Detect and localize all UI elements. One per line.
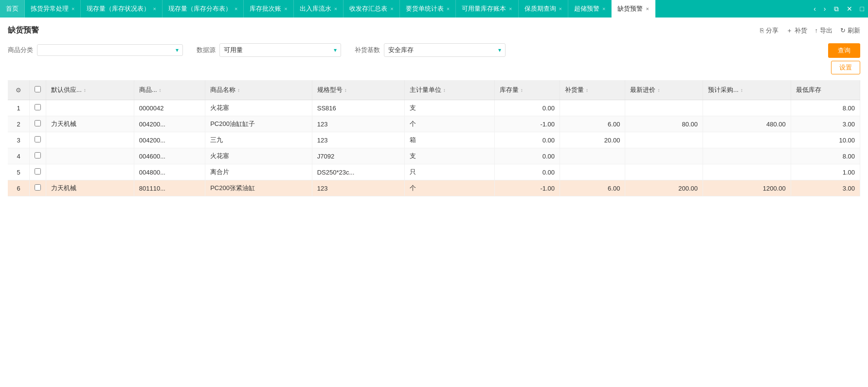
replenish-base-filter-group: 补货基数 安全库存 ▾ — [355, 43, 506, 57]
row-est-purchase-2: 480.00 — [703, 116, 791, 132]
row-latest-price-2: 80.00 — [625, 116, 703, 132]
nav-tab-6[interactable]: 收发存汇总表 × — [344, 0, 399, 18]
nav-maximize-button[interactable]: □ — [856, 0, 868, 18]
sort-replenish-icon: ↕ — [586, 88, 588, 93]
nav-prev-button[interactable]: ‹ — [810, 0, 820, 18]
replenish-base-label: 补货基数 — [355, 46, 380, 54]
nav-restore-button[interactable]: ⧉ — [830, 0, 843, 18]
close-tab-11-icon[interactable]: × — [646, 6, 649, 12]
row-item-name-3: 三九 — [205, 132, 312, 148]
row-supplier-2: 力天机械 — [46, 116, 134, 132]
sort-item-code-icon: ↕ — [159, 88, 162, 93]
row-select-6[interactable] — [35, 184, 41, 191]
row-item-code-4: 004600... — [134, 148, 205, 164]
row-item-name-4: 火花塞 — [205, 148, 312, 164]
top-navigation: 首页 拣货异常处理 × 现存量（库存状况表） × 现存量（库存分布表） × 库存… — [0, 0, 868, 18]
row-item-name-6: PC200张紧油缸 — [205, 180, 312, 196]
table-row: 3 004200... 三九 123 箱 0.00 20.00 10.00 — [8, 132, 860, 148]
close-tab-6-icon[interactable]: × — [390, 6, 393, 12]
replenish-icon: ＋ — [786, 26, 793, 35]
table-row: 2 力天机械 004200... PC200油缸缸子 123 个 -1.00 6… — [8, 116, 860, 132]
row-checkbox-5[interactable] — [30, 164, 46, 180]
nav-tab-2[interactable]: 现存量（库存状况表） × — [81, 0, 162, 18]
close-tab-2-icon[interactable]: × — [153, 6, 156, 12]
row-select-5[interactable] — [35, 168, 41, 175]
replenish-label: 补货 — [795, 26, 807, 35]
nav-tab-9[interactable]: 保质期查询 × — [519, 0, 568, 18]
table-settings-icon[interactable]: ⚙ — [13, 84, 24, 96]
col-item-name: 商品名称 ↕ — [205, 80, 312, 100]
row-select-1[interactable] — [35, 104, 41, 110]
filter-actions: 查询 设置 — [828, 43, 860, 74]
row-min-stock-3: 10.00 — [791, 132, 860, 148]
row-select-3[interactable] — [35, 136, 41, 142]
row-item-code-6: 801110... — [134, 180, 205, 196]
export-button[interactable]: ↑ 导出 — [815, 26, 833, 35]
nav-tab-3[interactable]: 现存量（库存分布表） × — [163, 0, 244, 18]
row-replenish-3: 20.00 — [560, 132, 625, 148]
row-num-6: 6 — [8, 180, 30, 196]
settings-button[interactable]: 设置 — [831, 61, 860, 74]
row-item-name-1: 火花塞 — [205, 100, 312, 116]
row-est-purchase-1 — [703, 100, 791, 116]
close-tab-10-icon[interactable]: × — [602, 6, 605, 12]
datasource-select[interactable]: 可用量 ▾ — [219, 43, 341, 57]
row-select-2[interactable] — [35, 120, 41, 126]
close-tab-5-icon[interactable]: × — [334, 6, 337, 12]
nav-next-button[interactable]: › — [820, 0, 830, 18]
col-stock: 库存量 ↕ — [494, 80, 560, 100]
row-unit-6: 个 — [404, 180, 494, 196]
col-unit: 主计量单位 ↕ — [404, 80, 494, 100]
row-spec-6: 123 — [312, 180, 404, 196]
replenish-button[interactable]: ＋ 补货 — [786, 26, 807, 35]
share-button[interactable]: ⎘ 分享 — [760, 26, 778, 35]
nav-tab-home[interactable]: 首页 — [0, 0, 25, 18]
category-filter-group: 商品分类 ▾ — [8, 44, 183, 56]
col-stock-label: 库存量 — [500, 86, 519, 94]
nav-tab-8[interactable]: 可用量库存账本 × — [456, 0, 518, 18]
close-tab-9-icon[interactable]: × — [559, 6, 562, 12]
row-checkbox-3[interactable] — [30, 132, 46, 148]
row-est-purchase-6: 1200.00 — [703, 180, 791, 196]
row-select-4[interactable] — [35, 152, 41, 158]
replenish-base-select[interactable]: 安全库存 ▾ — [384, 43, 506, 57]
nav-tab-home-label: 首页 — [6, 4, 18, 13]
close-tab-3-icon[interactable]: × — [235, 6, 237, 12]
row-checkbox-6[interactable] — [30, 180, 46, 196]
nav-tab-7[interactable]: 要货单统计表 × — [400, 0, 456, 18]
row-min-stock-6: 3.00 — [791, 180, 860, 196]
close-tab-8-icon[interactable]: × — [509, 6, 512, 12]
row-replenish-5 — [560, 164, 625, 180]
row-num-3: 3 — [8, 132, 30, 148]
col-settings: ⚙ — [8, 80, 30, 100]
nav-tab-1[interactable]: 拣货异常处理 × — [25, 0, 81, 18]
category-select[interactable]: ▾ — [37, 44, 183, 56]
page-header: 缺货预警 ⎘ 分享 ＋ 补货 ↑ 导出 ↻ 刷新 — [8, 25, 860, 35]
row-item-code-1: 0000042 — [134, 100, 205, 116]
nav-close-button[interactable]: ✕ — [843, 0, 856, 18]
close-tab-4-icon[interactable]: × — [284, 6, 287, 12]
sort-est-purchase-icon: ↕ — [741, 88, 743, 93]
col-latest-price: 最新进价 ↕ — [625, 80, 703, 100]
row-spec-3: 123 — [312, 132, 404, 148]
close-tab-7-icon[interactable]: × — [447, 6, 450, 12]
query-button[interactable]: 查询 — [828, 43, 860, 58]
select-all-checkbox[interactable] — [35, 86, 41, 92]
refresh-button[interactable]: ↻ 刷新 — [840, 26, 860, 35]
nav-tab-5[interactable]: 出入库流水 × — [294, 0, 344, 18]
category-chevron-icon: ▾ — [176, 47, 179, 53]
sort-latest-price-icon: ↕ — [657, 88, 660, 93]
table-row: 4 004600... 火花塞 J7092 支 0.00 8.00 — [8, 148, 860, 164]
row-checkbox-4[interactable] — [30, 148, 46, 164]
nav-tab-4[interactable]: 库存批次账 × — [244, 0, 293, 18]
filter-row: 商品分类 ▾ 数据源 可用量 ▾ 补货基数 安全库存 ▾ — [8, 43, 820, 57]
sort-spec-icon: ↕ — [344, 88, 347, 93]
row-supplier-6: 力天机械 — [46, 180, 134, 196]
row-checkbox-1[interactable] — [30, 100, 46, 116]
row-latest-price-3 — [625, 132, 703, 148]
close-tab-1-icon[interactable]: × — [72, 6, 74, 12]
row-checkbox-2[interactable] — [30, 116, 46, 132]
nav-tab-11[interactable]: 缺货预警 × — [612, 0, 655, 18]
nav-arrows-group: ‹ › ⧉ ✕ □ — [810, 0, 868, 18]
nav-tab-10[interactable]: 超储预警 × — [568, 0, 612, 18]
